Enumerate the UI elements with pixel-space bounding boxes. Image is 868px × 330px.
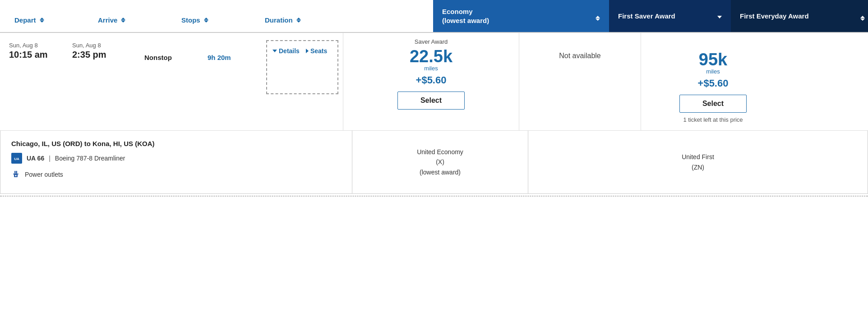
depart-column-header[interactable]: Depart <box>9 13 92 28</box>
svg-rect-6 <box>15 175 17 176</box>
flight-columns-header: Depart Arrive Stops <box>0 0 343 32</box>
seats-label: Seats <box>310 47 327 55</box>
details-section: Chicago, IL, US (ORD) to Kona, HI, US (K… <box>0 131 868 194</box>
duration-value: 9h 20m <box>208 54 266 61</box>
economy-sort-icon[interactable] <box>594 12 600 21</box>
duration-info: 9h 20m <box>208 42 266 61</box>
depart-sort-icon <box>40 18 44 23</box>
details-seats-spacer <box>343 0 433 32</box>
arrive-column-header[interactable]: Arrive <box>92 13 176 28</box>
svg-rect-3 <box>13 174 18 174</box>
first-saver-title: First Saver Award <box>618 12 675 21</box>
first-everyday-miles-label: miles <box>706 68 720 75</box>
first-cabin-info: United First(ZN) <box>528 131 868 193</box>
arrive-info: Sun, Aug 8 2:35 pm <box>72 33 144 130</box>
economy-cabin-label: United Economy(X)(lowest award) <box>417 147 463 177</box>
arrive-label: Arrive <box>98 16 117 24</box>
stops-column-header[interactable]: Stops <box>176 13 259 28</box>
first-saver-not-available: Not available <box>559 52 601 60</box>
plug-icon <box>11 168 20 178</box>
economy-miles-label: miles <box>424 65 438 72</box>
economy-miles-amount: 22.5k <box>410 48 452 65</box>
first-everyday-award-cell: 95k miles +$5.60 Select 1 ticket left at… <box>641 33 785 130</box>
first-everyday-ticket-left: 1 ticket left at this price <box>683 116 743 123</box>
united-logo-icon: UA <box>13 154 21 162</box>
economy-plus-cash: +$5.60 <box>416 74 447 86</box>
stops-sort-icon <box>204 18 208 23</box>
first-everyday-title: First Everyday Award <box>740 12 809 21</box>
first-cabin-label: United First(ZN) <box>682 152 714 172</box>
seats-arrow-icon <box>306 49 309 53</box>
first-everyday-select-button[interactable]: Select <box>679 95 747 113</box>
details-button[interactable]: Details <box>272 46 300 56</box>
aircraft-row: UA UA 66 | Boeing 787-8 Dreamliner <box>11 153 341 164</box>
stops-value: Nonstop <box>144 54 208 61</box>
separator: | <box>49 155 51 162</box>
arrive-time: 2:35 pm <box>72 50 144 60</box>
flight-details-info: Chicago, IL, US (ORD) to Kona, HI, US (K… <box>0 131 352 193</box>
bottom-divider <box>0 196 868 197</box>
first-saver-award-header: First Saver Award <box>609 0 731 32</box>
economy-award-header: Economy(lowest award) <box>433 0 609 32</box>
duration-column-header[interactable]: Duration <box>259 13 343 28</box>
economy-award-type: Saver Award <box>415 38 448 45</box>
first-everyday-award-header: First Everyday Award <box>731 0 868 32</box>
arrive-date: Sun, Aug 8 <box>72 42 144 49</box>
airline-icon: UA <box>11 153 22 164</box>
stops-info: Nonstop <box>144 33 208 130</box>
flight-row: Sun, Aug 8 10:15 am Sun, Aug 8 2:35 pm N… <box>0 33 868 131</box>
first-everyday-sort-icon[interactable] <box>859 12 865 21</box>
economy-award-cell: Saver Award 22.5k miles +$5.60 Select <box>343 33 519 130</box>
header-row: Depart Arrive Stops <box>0 0 868 33</box>
economy-award-title: Economy(lowest award) <box>442 7 489 25</box>
depart-date: Sun, Aug 8 <box>9 42 72 49</box>
power-label: Power outlets <box>25 171 63 178</box>
svg-rect-5 <box>16 171 18 174</box>
duration-label: Duration <box>265 16 293 24</box>
flight-number: UA 66 <box>27 155 44 162</box>
main-container: Depart Arrive Stops <box>0 0 868 330</box>
duration-sort-icon <box>296 18 301 23</box>
depart-info: Sun, Aug 8 10:15 am <box>0 33 72 130</box>
first-saver-sort-icon[interactable] <box>717 12 722 20</box>
first-everyday-miles-amount: 95k <box>699 51 727 68</box>
power-row: Power outlets <box>11 168 341 180</box>
economy-select-button[interactable]: Select <box>397 92 465 110</box>
details-label: Details <box>279 47 300 55</box>
depart-label: Depart <box>14 16 36 24</box>
details-arrow-icon <box>272 50 277 52</box>
route-label: Chicago, IL, US (ORD) to Kona, HI, US (K… <box>11 140 341 147</box>
svg-rect-4 <box>14 171 16 174</box>
aircraft-name: Boeing 787-8 Dreamliner <box>55 155 125 162</box>
arrive-sort-icon <box>121 18 125 23</box>
power-outlet-icon <box>11 168 20 180</box>
details-seats-box: Details Seats <box>266 40 338 94</box>
first-everyday-plus-cash: +$5.60 <box>698 78 729 89</box>
stops-label: Stops <box>181 16 200 24</box>
svg-text:UA: UA <box>14 157 19 161</box>
first-saver-award-cell: Not available <box>519 33 641 130</box>
depart-time: 10:15 am <box>9 50 72 60</box>
economy-cabin-info: United Economy(X)(lowest award) <box>352 131 528 193</box>
duration-details: 9h 20m Details Seats <box>208 33 343 130</box>
seats-button[interactable]: Seats <box>306 46 327 56</box>
